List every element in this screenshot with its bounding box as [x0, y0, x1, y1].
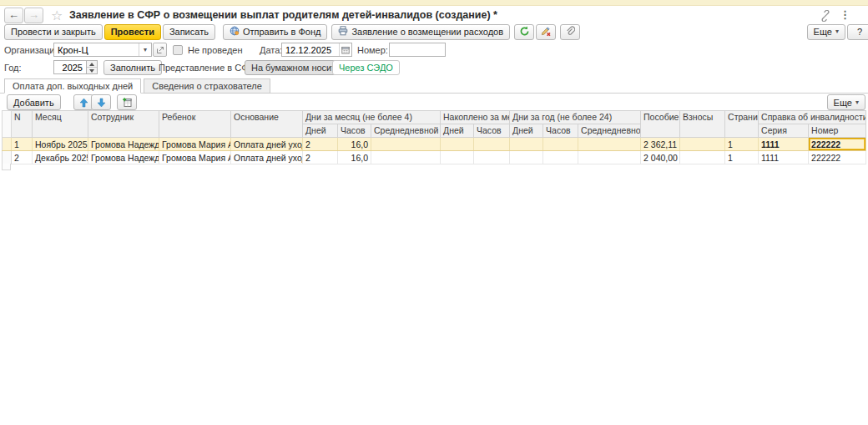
- paperclip-icon: [565, 26, 575, 38]
- organization-value: Крон-Ц: [54, 45, 139, 55]
- command-bar: Провести и закрыть Провести Записать Отп…: [4, 23, 868, 40]
- cell-series[interactable]: 1111: [759, 138, 809, 151]
- rows-table: N Месяц Сотрудник Ребенок Основание Дни …: [2, 110, 866, 164]
- col-dm-hours: Часов: [338, 124, 371, 138]
- get-link-icon[interactable]: [820, 10, 831, 23]
- cell-month[interactable]: Декабрь 2025: [33, 151, 88, 164]
- attachments-button[interactable]: [560, 24, 580, 40]
- cell-dy-hours[interactable]: [543, 151, 578, 164]
- col-number: Номер: [809, 124, 866, 138]
- print-statement-button[interactable]: Заявление о возмещении расходов: [331, 24, 510, 40]
- grid-marker-column-tail: [2, 164, 11, 170]
- table-toolbar: Добавить Еще▾: [7, 94, 865, 110]
- cell-pages[interactable]: 1: [725, 151, 759, 164]
- post-button[interactable]: Провести: [104, 24, 161, 40]
- tab-paid-days-off[interactable]: Оплата доп. выходных дней: [4, 78, 141, 94]
- spin-up-icon[interactable]: [87, 61, 97, 68]
- cell-reason[interactable]: Оплата дней ухода з...: [231, 138, 303, 151]
- cell-n[interactable]: 1: [12, 138, 33, 151]
- cell-benefit[interactable]: 2 362,11: [641, 138, 680, 151]
- date-field[interactable]: 12.12.2025: [281, 43, 352, 57]
- col-reason: Основание: [231, 111, 303, 138]
- cell-number-selected[interactable]: 222222: [809, 138, 866, 151]
- fill-button[interactable]: Заполнить: [103, 60, 162, 75]
- marker-header: [3, 111, 12, 138]
- send-to-fund-button[interactable]: Отправить в Фонд: [223, 24, 327, 40]
- calendar-icon[interactable]: [339, 43, 351, 56]
- cell-am-hours[interactable]: [474, 138, 510, 151]
- more-dots-icon[interactable]: ⋮: [840, 8, 850, 21]
- row-marker[interactable]: [3, 138, 12, 151]
- cell-dm-days[interactable]: 2: [303, 138, 338, 151]
- col-dy-avg: Среднедневной: [578, 124, 641, 138]
- copy-rows-button[interactable]: [117, 94, 137, 110]
- cell-dm-days[interactable]: 2: [303, 151, 338, 164]
- cell-child[interactable]: Громова Мария Алек...: [159, 138, 231, 151]
- cancel-edit-button[interactable]: [536, 24, 556, 40]
- cell-am-days[interactable]: [441, 138, 474, 151]
- tab-insurer-info[interactable]: Сведения о страхователе: [144, 78, 270, 94]
- cell-benefit[interactable]: 2 040,00: [641, 151, 680, 164]
- post-and-close-button[interactable]: Провести и закрыть: [4, 24, 103, 40]
- cell-employee[interactable]: Громова Надежда П...: [88, 151, 159, 164]
- arrow-down-icon: [97, 98, 106, 108]
- table-row[interactable]: 1 Ноябрь 2025 Громова Надежда П... Громо…: [3, 138, 866, 151]
- col-dy-hours: Часов: [543, 124, 578, 138]
- dropdown-icon[interactable]: ▾: [139, 43, 151, 56]
- forward-button[interactable]: →: [24, 8, 43, 23]
- back-button[interactable]: ←: [4, 8, 23, 23]
- cell-employee[interactable]: Громова Надежда П...: [88, 138, 159, 151]
- number-field[interactable]: [389, 43, 446, 57]
- cell-number[interactable]: 222222: [809, 151, 866, 164]
- header-row-groups: N Месяц Сотрудник Ребенок Основание Дни …: [3, 111, 866, 124]
- year-spinner[interactable]: [87, 60, 98, 74]
- add-row-button[interactable]: Добавить: [7, 94, 61, 110]
- row-marker[interactable]: [3, 151, 12, 164]
- cell-dy-days[interactable]: [510, 151, 543, 164]
- year-field[interactable]: 2025: [53, 60, 87, 74]
- refresh-button[interactable]: [514, 24, 534, 40]
- col-month: Месяц: [33, 111, 88, 138]
- cell-dm-avg[interactable]: [371, 151, 441, 164]
- spin-down-icon[interactable]: [87, 68, 97, 73]
- sedo-option-button[interactable]: Через СЭДО: [332, 60, 400, 75]
- cell-series[interactable]: 1111: [759, 151, 809, 164]
- cell-dy-days[interactable]: [510, 138, 543, 151]
- favorite-star-icon[interactable]: ☆: [51, 8, 63, 23]
- cell-month[interactable]: Ноябрь 2025: [33, 138, 88, 151]
- year-label: Год:: [4, 63, 22, 73]
- cell-am-hours[interactable]: [474, 151, 510, 164]
- title-bar: ← → ☆ Заявление в СФР о возмещении выпла…: [4, 8, 868, 24]
- col-contributions: Взносы: [680, 111, 725, 138]
- cell-dm-hours[interactable]: 16,0: [338, 151, 371, 164]
- cell-reason[interactable]: Оплата дней ухода з...: [231, 151, 303, 164]
- back-icon: ←: [8, 8, 19, 21]
- table-row[interactable]: 2 Декабрь 2025 Громова Надежда П... Гром…: [3, 151, 866, 164]
- write-button[interactable]: Записать: [163, 24, 215, 40]
- more-button[interactable]: Еще▾: [807, 24, 845, 40]
- cell-dm-avg[interactable]: [371, 138, 441, 151]
- cell-dy-avg[interactable]: [578, 151, 641, 164]
- document-form-window: ← → ☆ Заявление в СФР о возмещении выпла…: [0, 0, 868, 425]
- help-button[interactable]: ?: [847, 24, 868, 40]
- cell-am-days[interactable]: [441, 151, 474, 164]
- col-benefit: Пособие: [641, 111, 680, 138]
- presentation-label: Представление в СФР:: [159, 63, 257, 73]
- cell-child[interactable]: Громова Мария Алек...: [159, 151, 231, 164]
- cell-n[interactable]: 2: [12, 151, 33, 164]
- organization-field[interactable]: Крон-Ц ▾: [53, 43, 152, 57]
- table-more-button[interactable]: Еще▾: [827, 94, 865, 110]
- move-down-button[interactable]: [91, 94, 111, 110]
- cell-dm-hours[interactable]: 16,0: [338, 138, 371, 151]
- open-organization-button[interactable]: [153, 43, 167, 57]
- cell-dy-hours[interactable]: [543, 138, 578, 151]
- cell-contributions[interactable]: [680, 151, 725, 164]
- open-icon: [156, 46, 164, 54]
- cell-contributions[interactable]: [680, 138, 725, 151]
- top-accent-strip: [0, 0, 868, 6]
- cell-pages[interactable]: 1: [725, 138, 759, 151]
- not-posted-checkbox[interactable]: [173, 45, 183, 55]
- data-grid: N Месяц Сотрудник Ребенок Основание Дни …: [2, 110, 866, 164]
- cell-dy-avg[interactable]: [578, 138, 641, 151]
- col-n: N: [12, 111, 33, 138]
